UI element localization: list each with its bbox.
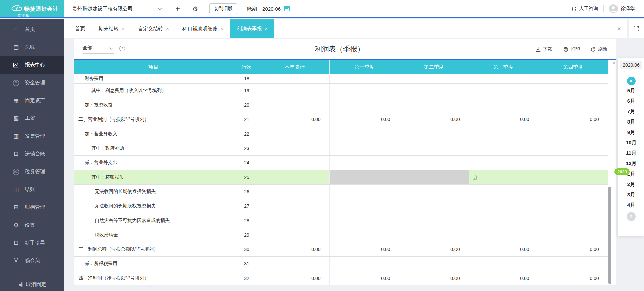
cell-value[interactable] <box>469 127 538 141</box>
cell-value[interactable]: 0.00 <box>329 112 399 127</box>
cell-value[interactable] <box>469 170 538 184</box>
cell-value[interactable]: 0.00 <box>399 112 469 127</box>
cell-value[interactable] <box>538 155 608 170</box>
cell-value[interactable] <box>329 256 399 271</box>
cell-value[interactable] <box>399 74 469 83</box>
cell-value[interactable] <box>399 141 469 155</box>
tab-自定义结转[interactable]: 自定义结转× <box>131 19 175 38</box>
sidebar-item-fixed-assets[interactable]: ▦固定资产 <box>0 92 64 109</box>
cell-value[interactable] <box>260 199 329 213</box>
scroll-months-up-button[interactable]: « <box>627 77 636 85</box>
scroll-months-down-button[interactable]: » <box>627 212 636 221</box>
cell-value[interactable] <box>329 170 399 184</box>
help-icon[interactable]: ? <box>119 46 125 51</box>
refresh-button[interactable]: 刷新 <box>591 46 607 52</box>
cell-value[interactable] <box>538 199 608 213</box>
cell-value[interactable] <box>469 213 538 228</box>
company-name[interactable]: 贵州腾越建设工程有限公司 <box>72 6 156 12</box>
company-chevron-down-icon[interactable] <box>158 6 162 10</box>
tab-close-icon[interactable]: × <box>166 26 169 31</box>
cell-value[interactable] <box>399 199 469 213</box>
cell-value[interactable] <box>260 256 329 271</box>
month-item-12月[interactable]: 12月 <box>626 158 637 168</box>
sidebar-item-archive[interactable]: ⊟归档管理 <box>0 198 64 216</box>
attachment-doc-icon[interactable] <box>473 175 477 181</box>
cell-value[interactable] <box>260 127 329 141</box>
table-row-27[interactable]: 无法收回的长期股权投资损失27 <box>74 199 608 213</box>
switch-old-version-button[interactable]: 切到旧版 <box>209 3 237 14</box>
cell-value[interactable] <box>329 141 399 155</box>
table-row-19[interactable]: 其中：利息费用（收入以“-”号填列）19 <box>74 83 608 98</box>
cell-value[interactable] <box>260 170 329 184</box>
table-row-20[interactable]: 加：投资收益20 <box>74 98 608 112</box>
tab-科目辅助明细账[interactable]: 科目辅助明细账× <box>175 19 230 38</box>
cell-value[interactable] <box>329 184 399 199</box>
cell-value[interactable] <box>260 155 329 170</box>
cell-value[interactable] <box>329 98 399 112</box>
cell-value[interactable] <box>399 170 469 184</box>
cell-value[interactable] <box>469 199 538 213</box>
cell-value[interactable] <box>329 74 399 83</box>
cell-value[interactable] <box>538 127 608 141</box>
tab-利润表季报[interactable]: 利润表季报× <box>230 19 274 38</box>
tab-首页[interactable]: 首页 <box>68 19 92 38</box>
cell-value[interactable] <box>329 127 399 141</box>
cell-value[interactable] <box>469 184 538 199</box>
month-item-7月[interactable]: 7月 <box>627 106 635 116</box>
cell-value[interactable] <box>538 184 608 199</box>
cell-value[interactable] <box>469 83 538 98</box>
table-row-24[interactable]: 减：营业外支出24 <box>74 155 608 170</box>
fullscreen-icon[interactable] <box>629 19 644 38</box>
table-row-23[interactable]: 其中：政府补助23 <box>74 141 608 155</box>
download-button[interactable]: 下载 <box>536 46 552 52</box>
cell-value[interactable] <box>399 213 469 228</box>
cell-value[interactable]: 0.00 <box>538 242 608 256</box>
cell-value[interactable] <box>399 127 469 141</box>
table-row-30[interactable]: 三、利润总额（亏损总额以“-”号填列）300.000.000.000.000.0… <box>74 242 608 256</box>
scope-select[interactable]: 全部 <box>83 45 114 54</box>
cell-value[interactable] <box>260 184 329 199</box>
cell-value[interactable]: 0.00 <box>329 271 399 285</box>
cell-value[interactable] <box>538 141 608 155</box>
tab-close-icon[interactable]: × <box>265 26 268 31</box>
cell-value[interactable] <box>469 256 538 271</box>
cell-value[interactable] <box>329 155 399 170</box>
cell-value[interactable] <box>260 74 329 83</box>
period-value[interactable]: 2020-06 <box>262 6 281 12</box>
sidebar-item-purchase-sales[interactable]: ⊞进销台账 <box>0 145 64 163</box>
cell-value[interactable] <box>399 98 469 112</box>
cell-value[interactable]: 0.00 <box>260 112 329 127</box>
vertical-scrollbar[interactable] <box>608 187 611 284</box>
cell-value[interactable] <box>469 98 538 112</box>
cell-value[interactable] <box>399 83 469 98</box>
cell-value[interactable] <box>260 141 329 155</box>
cell-value[interactable]: 0.00 <box>469 271 538 285</box>
month-item-10月[interactable]: 10月 <box>626 137 637 148</box>
sidebar-item-settings[interactable]: ⚙设置 <box>0 216 64 234</box>
cell-value[interactable]: 0.00 <box>260 242 329 256</box>
cell-value[interactable]: 0.00 <box>399 271 469 285</box>
cell-value[interactable] <box>538 170 608 184</box>
unpin-button[interactable]: ◀▎ 取消固定 <box>0 281 64 288</box>
cell-value[interactable] <box>260 98 329 112</box>
table-row-28[interactable]: 自然灾害等不可抗力因素造成的损失28 <box>74 213 608 228</box>
close-icon[interactable]: × <box>611 19 627 38</box>
cell-value[interactable]: 0.00 <box>260 271 329 285</box>
sidebar-item-home[interactable]: ⌂首页 <box>0 20 64 38</box>
cell-value[interactable] <box>469 228 538 242</box>
collapse-panel-icon[interactable]: » <box>612 60 615 66</box>
calendar-icon[interactable] <box>284 6 290 11</box>
cell-value[interactable] <box>329 228 399 242</box>
cell-value[interactable] <box>538 98 608 112</box>
month-item-5月[interactable]: 5月 <box>627 85 635 96</box>
cell-value[interactable] <box>399 184 469 199</box>
print-button[interactable]: 打印 <box>563 46 580 52</box>
avatar[interactable] <box>609 4 618 13</box>
table-row-26[interactable]: 无法收回的长期债券投资损失26 <box>74 184 608 199</box>
cell-value[interactable]: 0.00 <box>469 242 538 256</box>
cell-value[interactable]: 0.00 <box>538 271 608 285</box>
cell-value[interactable] <box>399 228 469 242</box>
sidebar-item-report-chart[interactable]: 报表中心 <box>0 56 64 74</box>
month-item-2月[interactable]: 2月 <box>627 179 635 189</box>
cell-value[interactable] <box>469 155 538 170</box>
